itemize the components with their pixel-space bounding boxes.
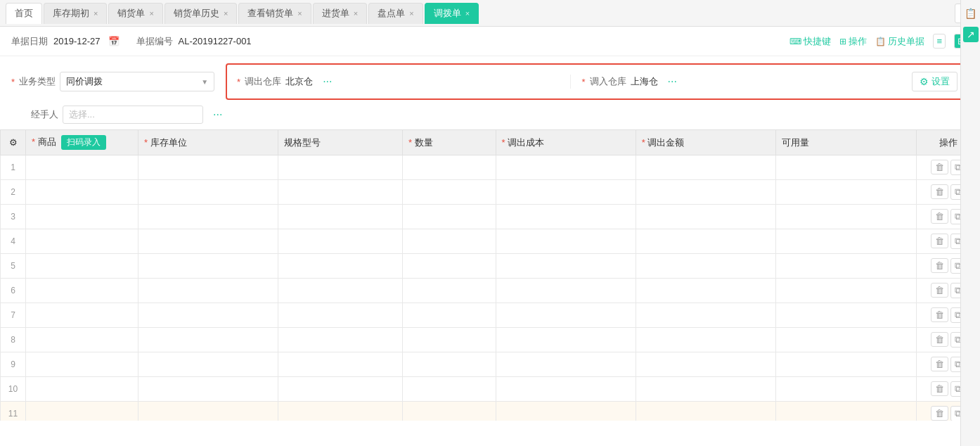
cell-spec[interactable] <box>278 254 403 279</box>
tab-home[interactable]: 首页 <box>6 3 42 24</box>
cell-product[interactable] <box>26 155 138 180</box>
calendar-icon[interactable]: 📅 <box>108 36 120 46</box>
cell-available[interactable] <box>776 180 917 205</box>
delete-row-button[interactable]: 🗑 <box>931 184 948 199</box>
cell-amount[interactable] <box>636 279 775 303</box>
cell-amount[interactable] <box>636 180 775 205</box>
cell-spec[interactable] <box>278 303 403 328</box>
cell-spec[interactable] <box>278 352 403 377</box>
cell-spec[interactable] <box>278 377 403 402</box>
cell-available[interactable] <box>776 155 917 180</box>
history-btn[interactable]: 📋 历史单据 <box>875 35 924 48</box>
cell-product[interactable] <box>26 254 138 279</box>
cell-product[interactable] <box>26 279 138 303</box>
cell-cost[interactable] <box>496 229 636 254</box>
out-warehouse-more-btn[interactable]: ··· <box>323 75 332 88</box>
cell-amount[interactable] <box>636 229 775 254</box>
sidebar-notes-icon[interactable]: 📋 <box>963 6 979 21</box>
cell-cost[interactable] <box>496 279 636 303</box>
cell-cost[interactable] <box>496 328 636 352</box>
cell-available[interactable] <box>776 254 917 279</box>
delete-row-button[interactable]: 🗑 <box>931 209 948 224</box>
cell-qty[interactable] <box>403 402 496 421</box>
cell-cost[interactable] <box>496 180 636 205</box>
cell-spec[interactable] <box>278 402 403 421</box>
cell-qty[interactable] <box>403 205 496 229</box>
cell-amount[interactable] <box>636 155 775 180</box>
cell-qty[interactable] <box>403 303 496 328</box>
in-warehouse-more-btn[interactable]: ··· <box>668 75 677 88</box>
cell-cost[interactable] <box>496 155 636 180</box>
cell-qty[interactable] <box>403 352 496 377</box>
cell-product[interactable] <box>26 229 138 254</box>
cell-available[interactable] <box>776 279 917 303</box>
cell-qty[interactable] <box>403 377 496 402</box>
tab-inventory-init[interactable]: 库存期初 × <box>44 3 107 24</box>
sidebar-export-icon[interactable]: ↗ <box>963 27 979 42</box>
cell-spec[interactable] <box>278 155 403 180</box>
cell-unit[interactable] <box>138 328 278 352</box>
cell-amount[interactable] <box>636 352 775 377</box>
cell-unit[interactable] <box>138 254 278 279</box>
cell-amount[interactable] <box>636 328 775 352</box>
cell-qty[interactable] <box>403 328 496 352</box>
delete-row-button[interactable]: 🗑 <box>931 381 948 396</box>
tab-purchase-close[interactable]: × <box>354 9 358 18</box>
cell-unit[interactable] <box>138 155 278 180</box>
person-more-btn[interactable]: ··· <box>213 108 222 121</box>
cell-spec[interactable] <box>278 180 403 205</box>
cell-unit[interactable] <box>138 205 278 229</box>
cell-cost[interactable] <box>496 377 636 402</box>
cell-spec[interactable] <box>278 279 403 303</box>
cell-unit[interactable] <box>138 180 278 205</box>
cell-spec[interactable] <box>278 205 403 229</box>
cell-qty[interactable] <box>403 279 496 303</box>
cell-product[interactable] <box>26 303 138 328</box>
tab-view-sales-close[interactable]: × <box>297 9 302 18</box>
cell-unit[interactable] <box>138 279 278 303</box>
cell-product[interactable] <box>26 377 138 402</box>
cell-amount[interactable] <box>636 205 775 229</box>
tab-purchase[interactable]: 进货单 × <box>313 3 367 24</box>
cell-available[interactable] <box>776 352 917 377</box>
cell-product[interactable] <box>26 352 138 377</box>
cell-product[interactable] <box>26 180 138 205</box>
delete-row-button[interactable]: 🗑 <box>931 258 948 273</box>
cell-cost[interactable] <box>496 254 636 279</box>
tab-stocktake[interactable]: 盘点单 × <box>368 3 423 24</box>
shortcut-btn[interactable]: ⌨ 快捷键 <box>789 35 831 48</box>
tab-transfer[interactable]: 调拨单 × <box>425 3 479 24</box>
cell-cost[interactable] <box>496 303 636 328</box>
cell-available[interactable] <box>776 377 917 402</box>
cell-qty[interactable] <box>403 254 496 279</box>
cell-available[interactable] <box>776 303 917 328</box>
tab-view-sales[interactable]: 查看销货单 × <box>238 3 311 24</box>
delete-row-button[interactable]: 🗑 <box>931 160 948 174</box>
operation-btn[interactable]: ⊞ 操作 <box>839 35 867 48</box>
cell-unit[interactable] <box>138 377 278 402</box>
cell-available[interactable] <box>776 328 917 352</box>
cell-qty[interactable] <box>403 180 496 205</box>
person-select[interactable]: 选择... <box>63 106 203 124</box>
cell-product[interactable] <box>26 402 138 421</box>
delete-row-button[interactable]: 🗑 <box>931 357 948 371</box>
cell-product[interactable] <box>26 205 138 229</box>
date-value[interactable]: 2019-12-27 <box>53 36 101 46</box>
cell-spec[interactable] <box>278 328 403 352</box>
cell-unit[interactable] <box>138 402 278 421</box>
tab-sales-order-close[interactable]: × <box>149 9 153 18</box>
delete-row-button[interactable]: 🗑 <box>931 307 948 322</box>
cell-spec[interactable] <box>278 229 403 254</box>
cell-cost[interactable] <box>496 205 636 229</box>
delete-row-button[interactable]: 🗑 <box>931 332 948 347</box>
cell-qty[interactable] <box>403 155 496 180</box>
layout-btn[interactable]: ≡ <box>933 34 946 49</box>
tab-sales-order[interactable]: 销货单 × <box>108 3 162 24</box>
biz-type-select[interactable]: 同价调拨 ▼ <box>60 72 214 91</box>
cell-amount[interactable] <box>636 254 775 279</box>
delete-row-button[interactable]: 🗑 <box>931 234 948 248</box>
cell-amount[interactable] <box>636 303 775 328</box>
delete-row-button[interactable]: 🗑 <box>931 283 948 298</box>
tab-stocktake-close[interactable]: × <box>409 9 413 18</box>
tab-sales-history[interactable]: 销货单历史 × <box>165 3 237 24</box>
